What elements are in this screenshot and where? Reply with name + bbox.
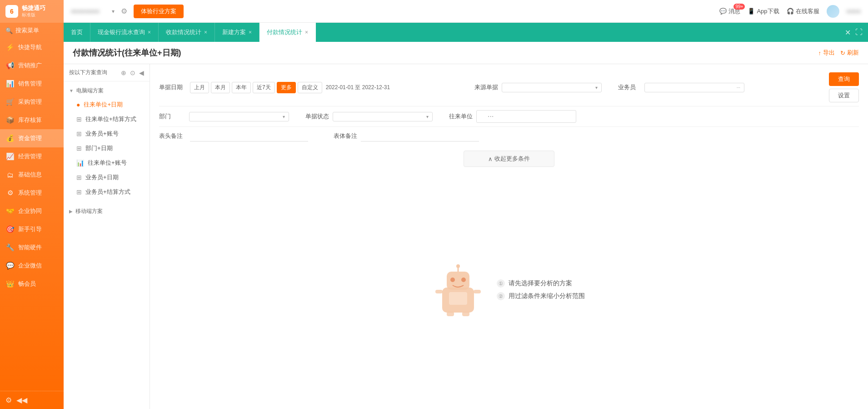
refresh-icon: ↻ — [840, 50, 845, 56]
scheme-item-unit-settle[interactable]: ⊞ 往来单位+结算方式 — [64, 112, 150, 126]
partner-select[interactable]: ··· — [476, 110, 576, 123]
sidebar-item-quick-nav[interactable]: ⚡ 快捷导航 — [0, 38, 64, 56]
sidebar-item-operations[interactable]: 📈 经营管理 — [0, 147, 64, 166]
filter-row-2: 部门 ▾ 单据状态 ▾ 往来单位 — [159, 106, 859, 127]
custom-btn[interactable]: 自定义 — [298, 82, 322, 93]
member-icon: 👑 — [5, 279, 15, 288]
partner-select-dots: ··· — [488, 112, 494, 121]
scheme-section-mobile-title[interactable]: ▶ 移动端方案 — [64, 205, 150, 218]
query-btn[interactable]: 查询 — [829, 72, 859, 86]
this-year-btn[interactable]: 本年 — [232, 82, 251, 93]
more-btn[interactable]: 更多 — [277, 82, 296, 93]
refresh-btn[interactable]: ↻ 刷新 — [840, 49, 859, 57]
tab-close-bank-flow[interactable]: × — [148, 29, 151, 35]
tip1-number: ① — [497, 279, 505, 288]
username[interactable]: ●●●● — [847, 8, 861, 15]
scheme-item-unit-date[interactable]: ● 往来单位+日期 — [64, 97, 150, 112]
svg-rect-8 — [447, 312, 454, 316]
settings-footer-btn[interactable]: ⚙ — [5, 396, 12, 404]
online-service-btn[interactable]: 🎧 在线客服 — [787, 7, 819, 15]
staff-select-arrow: ··· — [737, 85, 740, 90]
collapse-arrow-icon: ∧ — [488, 156, 493, 162]
scheme-item-staff-settle[interactable]: ⊞ 业务员+结算方式 — [64, 185, 150, 199]
staff-select[interactable]: ··· — [644, 83, 744, 92]
topbar-title: ●●●●●●●● — [71, 8, 107, 15]
scheme-section-pc-title[interactable]: ▼ 电脑端方案 — [64, 84, 150, 97]
last-month-btn[interactable]: 上月 — [190, 82, 209, 93]
body-note-input[interactable] — [361, 131, 479, 141]
scheme-item-staff-date[interactable]: ⊞ 业务员+日期 — [64, 170, 150, 185]
sidebar-logo: 6 畅捷通巧 标准版 — [0, 0, 64, 23]
tab-new-plan[interactable]: 新建方案 × — [215, 23, 259, 42]
sales-icon: 📊 — [5, 79, 15, 88]
sidebar-item-member[interactable]: 👑 畅会员 — [0, 275, 64, 293]
tabs-bar: 首页 现金银行流水查询 × 收款情况统计 × 新建方案 × 付款情况统计 × ✕… — [64, 23, 868, 42]
tab-home[interactable]: 首页 — [64, 23, 90, 42]
sidebar-item-purchase[interactable]: 🛒 采购管理 — [0, 93, 64, 111]
trial-btn[interactable]: 体验行业方案 — [134, 5, 184, 18]
voucher-status-select[interactable]: ▾ — [333, 112, 433, 121]
empty-tips: ① 请先选择要分析的方案 ② 用过滤条件来缩小分析范围 — [497, 279, 585, 300]
svg-point-5 — [456, 264, 460, 268]
tip2-number: ② — [497, 292, 505, 300]
search-icon: 🔍 — [5, 27, 13, 34]
export-icon: ↑ — [818, 50, 822, 56]
collapse-btn[interactable]: ∧ 收起更多条件 — [464, 151, 554, 167]
tab-close-receivable[interactable]: × — [204, 29, 207, 35]
tab-bank-flow[interactable]: 现金银行流水查询 × — [90, 23, 159, 42]
filter-actions: 查询 设置 — [829, 72, 859, 102]
collapse-scheme-btn[interactable]: ◀ — [139, 69, 144, 76]
voucher-status-arrow: ▾ — [426, 114, 429, 119]
svg-rect-10 — [449, 292, 467, 305]
sidebar-item-finance[interactable]: 💰 资金管理 — [0, 129, 64, 147]
settings-scheme-btn[interactable]: ⊙ — [130, 69, 135, 76]
tab-close-new-plan[interactable]: × — [249, 29, 252, 35]
tab-close-payment-stats[interactable]: × — [305, 29, 308, 35]
sidebar-item-wechat[interactable]: 💬 企业微信 — [0, 257, 64, 275]
body-note-label: 表体备注 — [334, 132, 357, 140]
sidebar-item-basic-info[interactable]: 🗂 基础信息 — [0, 166, 64, 184]
topbar-gear-icon[interactable]: ⚙ — [121, 7, 127, 15]
sidebar-item-system[interactable]: ⚙ 系统管理 — [0, 184, 64, 202]
tab-receivable[interactable]: 收款情况统计 × — [159, 23, 215, 42]
collapse-sidebar-btn[interactable]: ◀◀ — [16, 396, 27, 404]
scheme-item-unit-account[interactable]: 📊 往来单位+账号 — [64, 156, 150, 170]
empty-content: ① 请先选择要分析的方案 ② 用过滤条件来缩小分析范围 — [433, 263, 585, 317]
sidebar-item-hardware[interactable]: 🔧 智能硬件 — [0, 238, 64, 257]
mobile-section-arrow: ▶ — [69, 209, 73, 214]
this-month-btn[interactable]: 本月 — [211, 82, 230, 93]
maximize-window-btn[interactable]: ⛶ — [855, 28, 863, 36]
data-area: 单据日期 上月 本月 本年 近7天 更多 自定义 2022-01-01 至 20… — [150, 64, 868, 409]
unit-account-icon: 📊 — [76, 159, 84, 167]
scheme-section-mobile: ▶ 移动端方案 — [64, 202, 150, 221]
logo-subtitle: 标准版 — [22, 12, 45, 18]
close-window-btn[interactable]: ✕ — [845, 28, 851, 37]
search-menu[interactable]: 🔍 搜索菜单 — [0, 23, 64, 38]
sidebar-item-guide[interactable]: 🎯 新手引导 — [0, 220, 64, 238]
settings-btn[interactable]: 设置 — [829, 89, 859, 102]
staff-label: 业务员 — [618, 83, 641, 91]
messages-btn[interactable]: 💬 消息 99+ — [719, 7, 740, 15]
scheme-panel-header: 按以下方案查询 ⊕ ⊙ ◀ — [64, 64, 150, 81]
collapse-row: ∧ 收起更多条件 — [150, 147, 868, 171]
add-scheme-btn[interactable]: ⊕ — [121, 69, 126, 76]
dept-select[interactable]: ▾ — [189, 112, 289, 121]
sidebar-item-marketing[interactable]: 📢 营销推广 — [0, 56, 64, 75]
last-7-days-btn[interactable]: 近7天 — [253, 82, 275, 93]
scheme-item-dept-date[interactable]: ⊞ 部门+日期 — [64, 141, 150, 156]
tabs-window-actions: ✕ ⛶ — [839, 23, 868, 42]
sidebar-item-sales[interactable]: 📊 销售管理 — [0, 75, 64, 93]
logo-title: 畅捷通巧 — [22, 5, 45, 12]
topbar-dropdown-btn[interactable]: ▾ — [112, 8, 115, 15]
export-btn[interactable]: ↑ 导出 — [818, 49, 835, 57]
guide-icon: 🎯 — [5, 225, 15, 234]
header-note-input[interactable] — [190, 131, 308, 141]
app-download-btn[interactable]: 📱 App下载 — [748, 7, 779, 15]
header-note-label: 表头备注 — [159, 132, 183, 140]
wechat-icon: 💬 — [5, 261, 15, 270]
sidebar-item-inventory[interactable]: 📦 库存核算 — [0, 111, 64, 129]
tab-payment-stats[interactable]: 付款情况统计 × — [259, 23, 316, 42]
sidebar-item-cooperation[interactable]: 🤝 企业协同 — [0, 202, 64, 220]
scheme-item-staff-account[interactable]: ⊞ 业务员+账号 — [64, 126, 150, 141]
source-select[interactable]: ▾ — [502, 83, 602, 92]
